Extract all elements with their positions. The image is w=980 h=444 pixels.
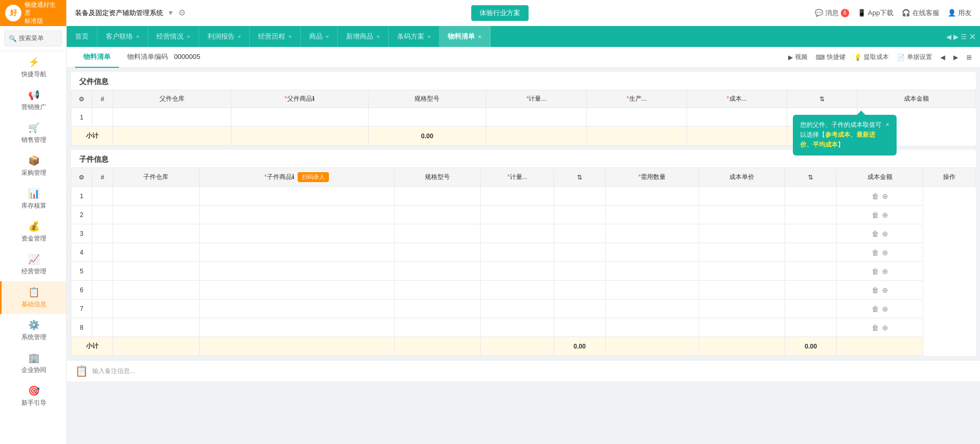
parent-col-sort[interactable]: ⇅: [787, 90, 857, 108]
sidebar-item-purchase[interactable]: 📦 采购管理: [0, 150, 66, 183]
parent-row1-cost[interactable]: [586, 108, 687, 127]
sidebar-item-enterprise[interactable]: 🏢 企业协同: [0, 347, 66, 380]
child-row7-goods[interactable]: [113, 299, 200, 318]
child-row1-spec[interactable]: [199, 187, 394, 206]
child-row2-unit-cost[interactable]: [605, 206, 699, 224]
child-row6-unit[interactable]: [394, 281, 481, 299]
sidebar-item-sales[interactable]: 🛒 销售管理: [0, 117, 66, 150]
child-row4-quantity[interactable]: [554, 243, 606, 262]
child-row6-quantity[interactable]: [554, 281, 606, 299]
child-row7-delete-icon[interactable]: 🗑: [872, 305, 879, 313]
child-row7-spec[interactable]: [199, 299, 394, 318]
child-row3-spec[interactable]: [199, 224, 394, 243]
child-row8-goods[interactable]: [113, 318, 200, 337]
tab-bom[interactable]: 物料清单 ×: [439, 26, 490, 47]
note-placeholder[interactable]: 输入备注信息...: [92, 367, 135, 376]
child-row5-delete-icon[interactable]: 🗑: [872, 267, 879, 275]
child-row4-copy-icon[interactable]: ⊕: [882, 248, 888, 257]
child-row5-spec[interactable]: [199, 262, 394, 281]
child-row1-delete-icon[interactable]: 🗑: [872, 192, 879, 200]
child-row1-copy-icon[interactable]: ⊕: [882, 192, 888, 200]
child-row4-goods[interactable]: [113, 243, 200, 262]
child-col-settings[interactable]: ⚙: [71, 168, 92, 187]
child-row4-unit[interactable]: [394, 243, 481, 262]
child-row6-unit-cost[interactable]: [605, 281, 699, 299]
child-row7-unit[interactable]: [394, 299, 481, 318]
experience-button[interactable]: 体验行业方案: [471, 5, 529, 21]
tab-nav-prev[interactable]: ◀: [946, 33, 951, 41]
child-row8-delete-icon[interactable]: 🗑: [872, 323, 879, 332]
child-row5-warehouse[interactable]: [92, 262, 113, 281]
tab-profit-close[interactable]: ×: [238, 33, 241, 40]
parent-row1-spec[interactable]: [231, 108, 368, 127]
child-row7-unit-cost[interactable]: [605, 299, 699, 318]
shortcut-action[interactable]: ⌨ 快捷键: [816, 53, 846, 62]
sidebar-item-basic[interactable]: 📋 基础信息: [0, 281, 66, 314]
single-settings-action[interactable]: 📄 单据设置: [897, 53, 932, 62]
child-row3-copy-icon[interactable]: ⊕: [882, 230, 888, 238]
child-row2-warehouse[interactable]: [92, 206, 113, 224]
page-nav-prev[interactable]: ◀: [940, 54, 945, 61]
child-row5-copy-icon[interactable]: ⊕: [882, 267, 888, 275]
tab-profit[interactable]: 利润报告 ×: [199, 26, 250, 47]
view-action[interactable]: ▶ 视频: [788, 53, 807, 62]
child-row3-quantity[interactable]: [554, 224, 606, 243]
child-row6-warehouse[interactable]: [92, 281, 113, 299]
parent-row1-goods[interactable]: [113, 108, 231, 127]
child-row2-spec[interactable]: [199, 206, 394, 224]
sidebar-item-marketing[interactable]: 📢 营销推广: [0, 84, 66, 117]
sidebar-item-system[interactable]: ⚙️ 系统管理: [0, 314, 66, 347]
child-col-sort2[interactable]: ⇅: [785, 168, 837, 187]
page-tab-bom[interactable]: 物料清单: [75, 47, 119, 68]
sidebar-item-inventory[interactable]: 📊 库存核算: [0, 183, 66, 215]
app-download-item[interactable]: 📱 App下载: [858, 8, 893, 18]
tab-customer-close[interactable]: ×: [136, 33, 139, 40]
tab-new-goods[interactable]: 新增商品 ×: [338, 26, 388, 47]
child-row7-warehouse[interactable]: [92, 299, 113, 318]
tab-home[interactable]: 首页: [67, 26, 97, 47]
child-row3-delete-icon[interactable]: 🗑: [872, 230, 879, 238]
settings-icon[interactable]: ⚙: [178, 8, 186, 18]
child-row8-unit[interactable]: [394, 318, 481, 337]
tab-customer[interactable]: 客户联络 ×: [97, 26, 148, 47]
grid-view-icon[interactable]: ⊞: [966, 54, 972, 61]
child-row6-goods[interactable]: [113, 281, 200, 299]
tab-bom-close[interactable]: ×: [478, 33, 481, 40]
child-row3-unit-cost[interactable]: [605, 224, 699, 243]
scan-input-button[interactable]: 扫码录入: [298, 172, 329, 182]
tab-nav-next[interactable]: ▶: [953, 33, 959, 41]
parent-row1-produce[interactable]: [486, 108, 586, 127]
child-row1-unit[interactable]: [394, 187, 481, 206]
child-col-sort[interactable]: ⇅: [554, 168, 606, 187]
child-row1-unit-cost[interactable]: [605, 187, 699, 206]
child-row2-quantity[interactable]: [554, 206, 606, 224]
search-menu-button[interactable]: 🔍 搜索菜单: [4, 30, 62, 46]
child-row4-warehouse[interactable]: [92, 243, 113, 262]
child-row1-goods[interactable]: [113, 187, 200, 206]
child-row1-quantity[interactable]: [554, 187, 606, 206]
parent-row1-unit[interactable]: [368, 108, 486, 127]
tab-history[interactable]: 经营历程 ×: [250, 26, 300, 47]
child-row4-delete-icon[interactable]: 🗑: [872, 248, 879, 257]
child-row4-spec[interactable]: [199, 243, 394, 262]
tab-barcode-close[interactable]: ×: [427, 33, 431, 40]
child-row3-unit[interactable]: [394, 224, 481, 243]
sidebar-item-quicknav[interactable]: ⚡ 快捷导航: [0, 51, 66, 84]
tab-barcode[interactable]: 条码方案 ×: [389, 26, 439, 47]
page-nav-next[interactable]: ▶: [953, 54, 958, 61]
child-row1-warehouse[interactable]: [92, 187, 113, 206]
child-row5-unit-cost[interactable]: [605, 262, 699, 281]
child-row8-warehouse[interactable]: [92, 318, 113, 337]
dropdown-arrow-icon[interactable]: ▼: [167, 9, 174, 17]
online-service-item[interactable]: 🎧 在线客服: [902, 8, 939, 18]
tooltip-close-button[interactable]: ×: [886, 120, 889, 130]
tab-operation-close[interactable]: ×: [187, 33, 190, 40]
child-row6-copy-icon[interactable]: ⊕: [882, 286, 888, 294]
child-row6-spec[interactable]: [199, 281, 394, 299]
child-row6-delete-icon[interactable]: 🗑: [872, 286, 879, 294]
tab-history-close[interactable]: ×: [288, 33, 291, 40]
child-row8-copy-icon[interactable]: ⊕: [882, 323, 888, 332]
child-row8-spec[interactable]: [199, 318, 394, 337]
child-row3-goods[interactable]: [113, 224, 200, 243]
child-row2-goods[interactable]: [113, 206, 200, 224]
